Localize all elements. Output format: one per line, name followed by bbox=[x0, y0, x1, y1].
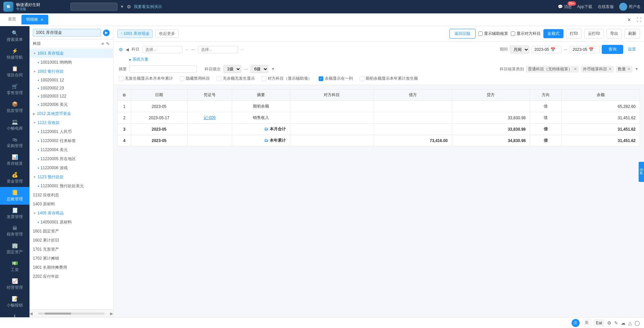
level-dropdown-arrow[interactable]: ▼ bbox=[271, 67, 275, 71]
tree-item-1601[interactable]: 1601 固定资产 bbox=[30, 227, 113, 236]
nav-item-quick[interactable]: ⚡ 快捷导航 bbox=[0, 45, 30, 63]
cb-opposite-subject[interactable]: 对方科目（显示辅助项） bbox=[262, 76, 312, 81]
period-type-select[interactable]: 月间 bbox=[510, 46, 529, 54]
status-item-cloud[interactable]: ☁ bbox=[621, 320, 626, 326]
subject-type-tag-close-2[interactable]: ✕ bbox=[608, 67, 612, 71]
subject-input-2[interactable] bbox=[198, 46, 238, 53]
refresh-btn[interactable]: 刷新 bbox=[625, 29, 640, 39]
subject-type-tag-close-1[interactable]: ✕ bbox=[574, 67, 577, 71]
nav-item-ecommerce[interactable]: 💻 小畅电商 bbox=[0, 116, 30, 134]
nav-item-invoice[interactable]: 🧾 发票管理 bbox=[0, 205, 30, 222]
nav-item-management[interactable]: 📈 经营管理 bbox=[0, 275, 30, 293]
tree-item-1012[interactable]: ▶ 1012 其他货币资金 bbox=[30, 109, 113, 118]
cb-box-balance-one[interactable]: ✓ bbox=[319, 76, 323, 81]
right-panel-toggle[interactable]: Eat bbox=[639, 162, 644, 182]
topbar-search-input[interactable] bbox=[70, 3, 117, 11]
status-item-eat[interactable]: Eat bbox=[594, 320, 604, 326]
scroll-scrollbar[interactable] bbox=[38, 313, 105, 315]
cb-box-initial[interactable] bbox=[360, 76, 364, 81]
nav-item-ledger[interactable]: 📒 总账管理 bbox=[0, 187, 30, 205]
row-2-voucher[interactable]: 记-006 bbox=[187, 112, 232, 124]
show-aux-checkbox[interactable]: 显示辅助核算 bbox=[478, 31, 508, 37]
tree-item-10020003[interactable]: ● 10020003 122 bbox=[30, 92, 113, 100]
nav-item-salary[interactable]: 💵 工资 bbox=[0, 258, 30, 275]
nav-item-funds[interactable]: 💰 资金管理 bbox=[0, 169, 30, 187]
nav-item-search[interactable]: 🔍 搜索菜单 bbox=[0, 27, 30, 45]
tab-home[interactable]: 首页 bbox=[3, 13, 21, 26]
topbar-dropdown-arrow[interactable]: ▼ bbox=[120, 4, 124, 9]
tree-item-1132[interactable]: 1132 应收利息 bbox=[30, 191, 113, 200]
status-item-circle[interactable]: ◯ bbox=[635, 320, 640, 326]
tree-item-2202[interactable]: 2202 应付年款 bbox=[30, 272, 113, 281]
nav-item-inventory[interactable]: 📊 库存核算 bbox=[0, 151, 30, 169]
level-to-select[interactable]: 6级5级4级 bbox=[251, 65, 268, 73]
tree-item-1801[interactable]: 1801 长期待摊费用 bbox=[30, 263, 113, 272]
topbar-user-info[interactable]: 用户名 bbox=[619, 3, 641, 11]
cb-no-balance[interactable]: 无余额无发生显示 bbox=[217, 76, 255, 81]
filter-tag-account[interactable]: ↑ 1001 库存现金 bbox=[117, 29, 153, 38]
level-from-select[interactable]: 1级2级3级 bbox=[223, 65, 241, 73]
status-item-english[interactable]: 英 bbox=[582, 319, 591, 327]
subject-type-tag-1[interactable]: 普通科目（无特殊核算） ✕ bbox=[526, 66, 579, 73]
tree-item-1122[interactable]: ▼ 1122 应收款 bbox=[30, 118, 113, 127]
tree-item-10020006[interactable]: ● 10020006 美元 bbox=[30, 100, 113, 109]
cb-no-amount[interactable]: 无发生额显示本月本年累计 bbox=[119, 76, 173, 81]
subject-dots-2[interactable]: ··· bbox=[241, 47, 244, 52]
tree-item-10010001[interactable]: ● 10010001 哟哟哟 bbox=[30, 58, 113, 67]
topbar-app-download[interactable]: App下载 bbox=[577, 4, 592, 10]
subject-type-tag-close-3[interactable]: ✕ bbox=[627, 67, 631, 71]
back-old-version-btn[interactable]: 返回旧版 bbox=[449, 29, 476, 39]
nav-item-fixed-assets[interactable]: 🏢 固定资产 bbox=[0, 240, 30, 258]
tab-detail-account[interactable]: 明细账 ✕ bbox=[21, 15, 48, 24]
account-edit-icon[interactable]: ✎ bbox=[106, 41, 110, 46]
period-end-field[interactable]: 2023-05 📅 bbox=[570, 46, 600, 53]
print-btn[interactable]: 打印 bbox=[566, 29, 582, 39]
tree-item-11220005[interactable]: ● 11220005 所在地区 bbox=[30, 154, 113, 163]
tree-item-10020001[interactable]: ● 10020001 12 bbox=[30, 76, 113, 84]
filter-collapse-arrow[interactable]: ◀ bbox=[126, 47, 129, 52]
settings-link-btn[interactable]: 设置 bbox=[625, 45, 639, 54]
tree-item-1701[interactable]: 1701 无形资产 bbox=[30, 245, 113, 254]
tabbar-expand-btn[interactable]: ⛶ bbox=[634, 16, 644, 24]
summary-input[interactable] bbox=[129, 65, 197, 73]
nav-item-tax[interactable]: 🏛 税务管理 bbox=[0, 222, 30, 240]
nav-item-wholesale[interactable]: 📦 批发管理 bbox=[0, 99, 30, 116]
period-start-field[interactable]: 2023-05 📅 bbox=[531, 46, 561, 53]
status-item-gear[interactable]: ⚙ bbox=[607, 320, 611, 326]
scroll-left-arrow[interactable]: ◀ bbox=[30, 311, 33, 316]
col-settings-icon[interactable]: ⚙ bbox=[122, 93, 126, 97]
tree-item-10020002[interactable]: ● 10020002 23 bbox=[30, 84, 113, 92]
nav-item-basic[interactable]: ℹ 基础信息 bbox=[0, 311, 30, 317]
search-btn[interactable]: 查询 bbox=[602, 45, 623, 54]
tree-item-11220006[interactable]: ● 11220006 游戏 bbox=[30, 163, 113, 173]
tree-item-1002[interactable]: ▼ 1002 银行存款 bbox=[30, 67, 113, 76]
topbar-demo-link[interactable]: 我要看实例演示 bbox=[134, 4, 162, 10]
format-dropdown-btn[interactable]: 金额式 bbox=[543, 29, 564, 38]
tree-item-11220004[interactable]: ● 11220004 美元 bbox=[30, 145, 113, 154]
status-item-triangle[interactable]: △ bbox=[628, 320, 632, 326]
cb-initial-balance[interactable]: 期初余额显示本年累计发生额 bbox=[360, 76, 418, 81]
subject-type-tag-2[interactable]: 外币核算科目 ✕ bbox=[581, 66, 614, 73]
cb-box-no-balance[interactable] bbox=[217, 76, 221, 81]
topbar-gear-icon[interactable]: ⚙ bbox=[127, 4, 131, 9]
status-item-edit[interactable]: ✎ bbox=[614, 320, 618, 326]
tree-item-11230001[interactable]: ● 11230001 预付款款美元 bbox=[30, 182, 113, 191]
nav-item-expense[interactable]: 📝 小畅报销 bbox=[0, 293, 30, 311]
show-opposite-checkbox[interactable]: 显示对方科目 bbox=[511, 31, 541, 37]
account-nav-btn[interactable]: ▶ bbox=[103, 29, 110, 36]
subject-input[interactable] bbox=[142, 46, 182, 53]
quantity-dropdown[interactable]: ▼ bbox=[635, 67, 639, 71]
tree-item-14050001[interactable]: ● 14050001 原材料 bbox=[30, 218, 113, 227]
cb-box-hide-disabled[interactable] bbox=[180, 76, 184, 81]
topbar-message[interactable]: 💬 消息 99+ bbox=[558, 4, 572, 10]
nav-item-purchase[interactable]: 🛍 采购管理 bbox=[0, 134, 30, 151]
system-scheme-link[interactable]: ● 系统方案 bbox=[129, 57, 149, 62]
account-list-view-icon[interactable]: ≡ bbox=[101, 41, 104, 46]
tree-item-1001[interactable]: ▼ 1001 库存现金 bbox=[30, 49, 113, 58]
cb-box-opposite[interactable] bbox=[262, 76, 266, 81]
subject-type-tag-3[interactable]: 数量 ✕ bbox=[616, 66, 633, 73]
tree-item-1405[interactable]: ▼ 1405 库存商品 bbox=[30, 209, 113, 218]
cloud-print-btn[interactable]: 云打印 bbox=[584, 29, 604, 39]
tree-item-11220001[interactable]: ● 11220001 人民币 bbox=[30, 127, 113, 136]
tree-item-11220002[interactable]: ● 11220002 往来标签 bbox=[30, 136, 113, 145]
